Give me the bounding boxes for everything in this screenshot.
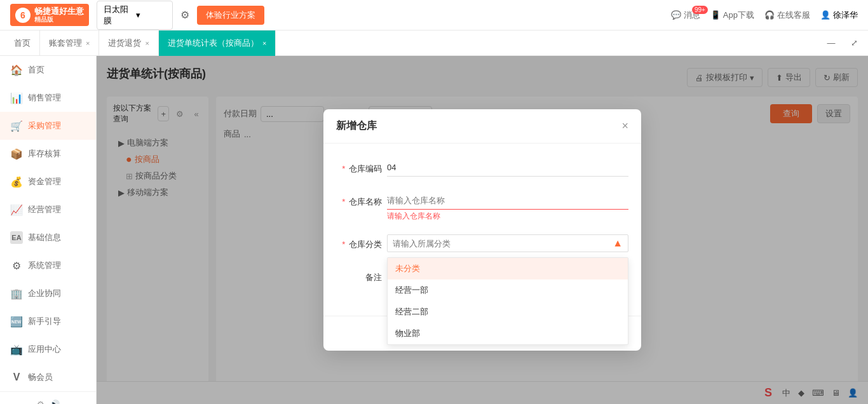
sidebar-item-finance[interactable]: 💰 资金管理 (0, 168, 96, 196)
sidebar-item-basic[interactable]: EA 基础信息 (0, 224, 96, 252)
tab-account-close[interactable]: × (86, 39, 90, 47)
code-label: 仓库编码 (336, 159, 387, 179)
sidebar-guide-label: 新手引导 (28, 316, 61, 327)
phone-icon: 📱 (710, 10, 721, 20)
tab-purchase-return[interactable]: 进货退货 × (99, 30, 158, 56)
top-header: 6 畅捷通好生意 精品版 日太阳膜 ▾ ⚙ 体验行业方案 💬 消息 99+ 📱 … (0, 0, 868, 30)
logo: 6 畅捷通好生意 精品版 (10, 4, 89, 27)
customer-service-label: 在线客服 (777, 10, 810, 21)
tab-account-label: 账套管理 (49, 37, 82, 49)
message-icon: 💬 (671, 10, 681, 20)
store-selector[interactable]: 日太阳膜 ▾ (97, 1, 173, 30)
logo-sub-text: 精品版 (34, 16, 84, 24)
sidebar-basic-label: 基础信息 (28, 232, 61, 243)
tab-purchase-stats-close[interactable]: × (262, 39, 266, 47)
user-icon: 👤 (820, 10, 831, 20)
up-arrow-icon[interactable]: ▲ (613, 238, 623, 249)
sidebar-enterprise-label: 企业协同 (28, 288, 61, 299)
home-icon: 🏠 (10, 64, 23, 76)
tab-home[interactable]: 首页 (5, 30, 40, 56)
category-dropdown: 未分类 经营一部 经营二部 物业部 (387, 257, 628, 345)
chevron-down-icon: ▾ (136, 10, 166, 20)
code-input[interactable] (387, 159, 628, 177)
vip-icon: V (10, 371, 23, 384)
system-icon: ⚙ (10, 259, 23, 272)
category-input-field[interactable] (393, 239, 613, 248)
header-settings-icon[interactable]: ⚙ (180, 9, 189, 21)
sidebar-operation-label: 经营管理 (28, 204, 61, 215)
modal-overlay: 新增仓库 × 仓库编码 (97, 56, 868, 404)
customer-service-item[interactable]: 🎧 在线客服 (764, 10, 810, 21)
form-row-category: 仓库分类 ▲ 未分类 (336, 234, 628, 255)
sidebar-home-label: 首页 (28, 64, 44, 76)
category-control: ▲ 未分类 经营一部 经营二部 (387, 234, 628, 252)
tab-purchase-return-close[interactable]: × (145, 39, 149, 47)
category-input-row: ▲ (387, 234, 628, 252)
tab-purchase-stats[interactable]: 进货单统计表（按商品） × (159, 30, 276, 56)
purchase-icon: 🛒 (10, 119, 23, 132)
sidebar-item-inventory[interactable]: 📦 库存核算 (0, 140, 96, 168)
header-icons: 💬 消息 99+ 📱 App下载 🎧 在线客服 👤 徐泽华 (671, 10, 858, 21)
tab-purchase-stats-label: 进货单统计表（按商品） (168, 37, 259, 49)
code-control (387, 159, 628, 177)
sidebar-item-guide[interactable]: 🆕 新手引导 (0, 307, 96, 335)
sidebar-item-vip[interactable]: V 畅会员 (0, 363, 96, 391)
category-label: 仓库分类 (336, 234, 387, 255)
sidebar-inventory-label: 库存核算 (28, 148, 61, 159)
sidebar-sales-label: 销售管理 (28, 92, 61, 104)
sidebar-bottom: ⚙ 🔊 (0, 391, 96, 404)
store-name: 日太阳膜 (104, 4, 133, 27)
operation-icon: 📈 (10, 203, 23, 216)
dropdown-item-0[interactable]: 未分类 (388, 258, 628, 279)
content-area: 进货单统计(按商品) 🖨 按模板打印 ▾ ⬆ 导出 ↻ 刷新 (97, 56, 868, 404)
notification-item[interactable]: 💬 消息 99+ (671, 10, 700, 21)
dropdown-item-1[interactable]: 经营一部 (388, 279, 628, 301)
tab-expand-icon[interactable]: ⤢ (845, 34, 863, 52)
modal-header: 新增仓库 × (323, 109, 641, 144)
sidebar-item-operation[interactable]: 📈 经营管理 (0, 196, 96, 224)
main-layout: 🏠 首页 📊 销售管理 🛒 采购管理 📦 库存核算 💰 资金管理 📈 经营管理 … (0, 56, 868, 404)
app-download-label: App下载 (723, 10, 754, 21)
name-control: 请输入仓库名称 (387, 192, 628, 222)
headphone-icon: 🎧 (764, 10, 775, 20)
name-error-msg: 请输入仓库名称 (387, 211, 628, 222)
sidebar-vip-label: 畅会员 (28, 372, 53, 383)
sidebar-system-label: 系统管理 (28, 260, 61, 271)
enterprise-icon: 🏢 (10, 287, 23, 300)
finance-icon: 💰 (10, 175, 23, 188)
user-info[interactable]: 👤 徐泽华 (820, 10, 858, 21)
app-center-icon: 📺 (10, 343, 23, 356)
try-industry-button[interactable]: 体验行业方案 (197, 6, 264, 25)
tab-account[interactable]: 账套管理 × (40, 30, 99, 56)
notification-badge: 99+ (692, 6, 708, 14)
app-download-item[interactable]: 📱 App下载 (710, 10, 754, 21)
sidebar-item-home[interactable]: 🏠 首页 (0, 56, 96, 84)
modal-title: 新增仓库 (336, 119, 377, 133)
sidebar-app-center-label: 应用中心 (28, 344, 61, 355)
logo-main-text: 畅捷通好生意 (34, 6, 84, 17)
tab-purchase-return-label: 进货退货 (108, 37, 141, 49)
new-warehouse-modal: 新增仓库 × 仓库编码 (323, 109, 641, 351)
modal-body: 仓库编码 仓库名称 请输入仓库名称 (323, 144, 641, 316)
basic-info-icon: EA (10, 231, 23, 244)
sidebar-settings-icon[interactable]: ⚙ (37, 400, 44, 404)
guide-icon: 🆕 (10, 315, 23, 328)
sidebar-item-purchase[interactable]: 🛒 采购管理 (0, 112, 96, 140)
sales-icon: 📊 (10, 91, 23, 104)
sidebar-item-enterprise[interactable]: 🏢 企业协同 (0, 279, 96, 307)
sidebar-volume-icon[interactable]: 🔊 (50, 400, 60, 404)
tab-home-label: 首页 (14, 37, 31, 49)
notes-label: 备注 (336, 267, 387, 288)
form-row-code: 仓库编码 (336, 159, 628, 179)
dropdown-item-2[interactable]: 经营二部 (388, 301, 628, 323)
logo-icon: 6 (15, 8, 31, 23)
sidebar-purchase-label: 采购管理 (28, 120, 61, 131)
modal-close-button[interactable]: × (621, 119, 628, 133)
dropdown-item-3[interactable]: 物业部 (388, 323, 628, 344)
tab-right-controls: — ⤢ (822, 34, 863, 52)
sidebar-item-system[interactable]: ⚙ 系统管理 (0, 252, 96, 279)
sidebar-item-sales[interactable]: 📊 销售管理 (0, 84, 96, 112)
sidebar-item-app-center[interactable]: 📺 应用中心 (0, 335, 96, 363)
tab-minimize-icon[interactable]: — (822, 34, 840, 52)
name-input[interactable] (387, 192, 628, 210)
